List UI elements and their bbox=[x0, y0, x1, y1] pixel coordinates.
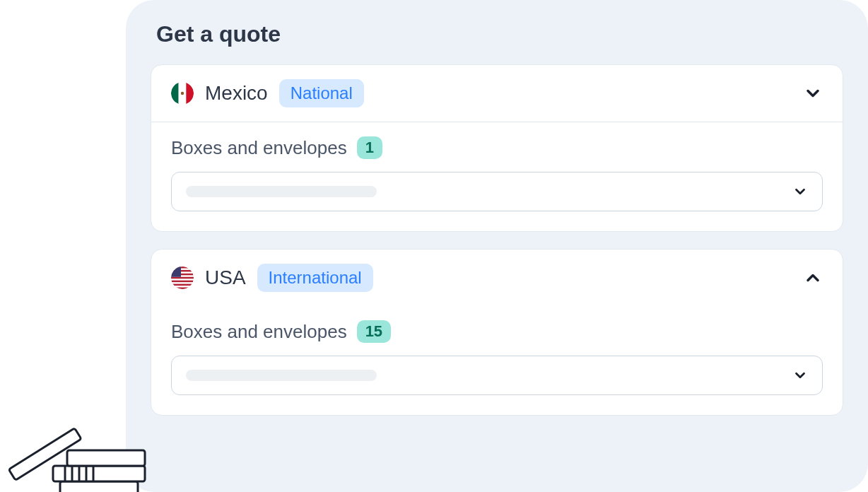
svg-point-4 bbox=[181, 92, 184, 95]
destination-card-usa: USA International Boxes and envelopes 15 bbox=[151, 249, 843, 416]
scope-badge: National bbox=[279, 79, 364, 107]
svg-rect-7 bbox=[171, 266, 194, 268]
boxes-count-badge: 15 bbox=[357, 320, 391, 343]
destination-card-mexico: Mexico National Boxes and envelopes 1 bbox=[151, 64, 843, 232]
quote-panel: Get a quote Mexico National Boxes an bbox=[126, 0, 868, 492]
boxes-label-row: Boxes and envelopes 15 bbox=[171, 320, 823, 343]
package-dropdown[interactable] bbox=[171, 172, 823, 211]
chevron-up-icon bbox=[803, 268, 823, 288]
country-name: USA bbox=[205, 266, 246, 289]
svg-rect-3 bbox=[186, 82, 194, 105]
package-dropdown[interactable] bbox=[171, 356, 823, 395]
chevron-down-icon bbox=[792, 368, 808, 383]
svg-rect-14 bbox=[171, 266, 181, 277]
svg-rect-1 bbox=[171, 82, 179, 105]
country-name: Mexico bbox=[205, 82, 268, 105]
destination-header-mexico[interactable]: Mexico National bbox=[151, 65, 843, 122]
placeholder-skeleton bbox=[186, 186, 377, 197]
destination-body-usa: Boxes and envelopes 15 bbox=[151, 306, 843, 415]
chevron-down-icon bbox=[803, 83, 823, 103]
svg-rect-22 bbox=[67, 450, 145, 466]
svg-rect-11 bbox=[171, 281, 194, 282]
svg-rect-15 bbox=[60, 481, 138, 492]
svg-rect-13 bbox=[171, 288, 194, 289]
boxes-label-row: Boxes and envelopes 1 bbox=[171, 136, 823, 159]
scope-badge: International bbox=[257, 264, 373, 292]
books-illustration-icon bbox=[0, 414, 148, 492]
svg-rect-12 bbox=[171, 284, 194, 286]
placeholder-skeleton bbox=[186, 370, 377, 381]
flag-usa-icon bbox=[171, 266, 194, 289]
svg-rect-16 bbox=[53, 466, 145, 481]
page-title: Get a quote bbox=[156, 21, 843, 47]
boxes-label: Boxes and envelopes bbox=[171, 137, 347, 159]
flag-mexico-icon bbox=[171, 82, 194, 105]
boxes-label: Boxes and envelopes bbox=[171, 321, 347, 343]
destination-header-usa[interactable]: USA International bbox=[151, 250, 843, 306]
boxes-count-badge: 1 bbox=[357, 136, 382, 159]
destination-body-mexico: Boxes and envelopes 1 bbox=[151, 122, 843, 231]
svg-rect-10 bbox=[171, 277, 194, 279]
chevron-down-icon bbox=[792, 184, 808, 199]
